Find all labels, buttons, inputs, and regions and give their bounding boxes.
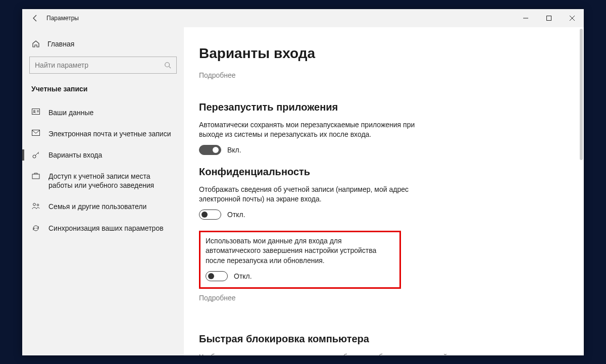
show-account-toggle[interactable]	[199, 210, 221, 220]
sidebar-item-email[interactable]: Электронная почта и учетные записи	[22, 123, 184, 144]
learn-more-link[interactable]: Подробнее	[199, 71, 236, 79]
search-icon	[164, 62, 171, 69]
search-input[interactable]	[35, 61, 164, 69]
person-card-icon	[31, 109, 40, 116]
home-icon	[31, 39, 40, 48]
mail-icon	[31, 130, 40, 136]
home-label: Главная	[47, 40, 74, 48]
window-title: Параметры	[46, 15, 79, 22]
titlebar: Параметры	[22, 9, 584, 27]
svg-point-4	[165, 62, 170, 67]
svg-point-16	[37, 204, 39, 206]
key-icon	[31, 151, 40, 159]
use-signin-info-toggle[interactable]	[206, 271, 228, 281]
maximize-button[interactable]	[537, 10, 561, 26]
svg-point-7	[33, 110, 35, 112]
highlighted-setting: Использовать мои данные для входа для ав…	[199, 231, 401, 289]
use-signin-info-toggle-state: Откл.	[234, 272, 252, 280]
svg-rect-1	[547, 16, 551, 20]
privacy-desc-2: Использовать мои данные для входа для ав…	[206, 236, 394, 266]
sidebar-item-work-access[interactable]: Доступ к учетной записи места работы или…	[22, 166, 184, 196]
sync-icon	[31, 224, 40, 232]
sidebar-item-label: Синхронизация ваших параметров	[48, 224, 175, 233]
home-nav[interactable]: Главная	[22, 34, 184, 54]
svg-rect-10	[32, 130, 40, 135]
sidebar-item-label: Электронная почта и учетные записи	[48, 129, 175, 138]
sidebar-category: Учетные записи	[22, 81, 184, 102]
briefcase-icon	[31, 172, 40, 179]
privacy-learn-more-link[interactable]: Подробнее	[199, 294, 236, 302]
sidebar-item-label: Ваши данные	[48, 108, 175, 117]
section-restart-title: Перезапустить приложения	[199, 101, 569, 113]
sidebar-item-sync[interactable]: Синхронизация ваших параметров	[22, 218, 184, 239]
page-title: Варианты входа	[199, 45, 569, 62]
privacy-desc-1: Отображать сведения об учетной записи (н…	[199, 185, 436, 204]
sidebar-item-your-info[interactable]: Ваши данные	[22, 102, 184, 123]
section-lock-title: Быстрая блокировка компьютера	[199, 333, 569, 345]
section-lock-desc: Чтобы защитить ваши личные сведения и об…	[199, 352, 512, 355]
restart-apps-toggle-state: Вкл.	[227, 146, 241, 154]
main-content: Варианты входа Подробнее Перезапустить п…	[184, 27, 584, 355]
sidebar: Главная Учетные записи Ваши данные	[22, 27, 184, 355]
section-privacy-title: Конфиденциальность	[199, 166, 569, 178]
sidebar-item-label: Доступ к учетной записи места работы или…	[48, 172, 175, 190]
show-account-toggle-state: Откл.	[227, 211, 245, 219]
svg-line-5	[169, 66, 171, 68]
svg-point-15	[33, 203, 36, 206]
search-box[interactable]	[29, 57, 177, 74]
scrollbar[interactable]	[580, 29, 583, 160]
sidebar-item-signin-options[interactable]: Варианты входа	[22, 144, 184, 166]
section-restart-desc: Автоматически сохранять мои перезапускае…	[199, 120, 436, 140]
close-button[interactable]	[561, 10, 584, 26]
back-button[interactable]	[27, 10, 43, 26]
sidebar-item-family[interactable]: Семья и другие пользователи	[22, 196, 184, 217]
restart-apps-toggle[interactable]	[199, 145, 221, 155]
svg-rect-14	[32, 174, 39, 179]
minimize-button[interactable]	[514, 10, 537, 26]
settings-window: Параметры Главная	[22, 9, 584, 355]
sidebar-nav: Ваши данные Электронная почта и учетные …	[22, 102, 184, 239]
svg-line-13	[38, 153, 39, 154]
people-icon	[31, 202, 40, 210]
sidebar-item-label: Семья и другие пользователи	[48, 202, 175, 211]
sidebar-item-label: Варианты входа	[48, 150, 175, 160]
